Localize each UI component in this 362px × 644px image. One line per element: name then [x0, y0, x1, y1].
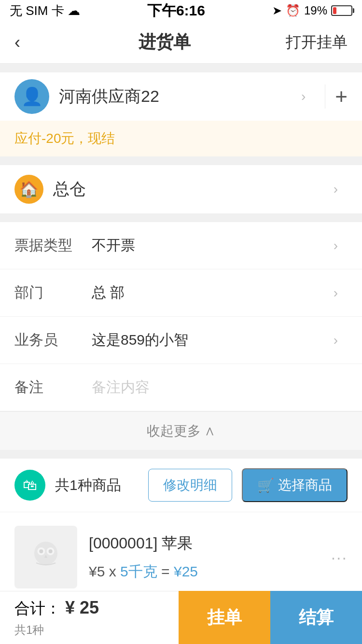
- invoice-type-row[interactable]: 票据类型 不开票 ›: [0, 222, 362, 269]
- collapse-label: 收起更多 ∧: [147, 422, 216, 440]
- chevron-right-icon: ›: [334, 182, 338, 197]
- invoice-type-value: 不开票: [92, 236, 334, 255]
- remark-row[interactable]: 备注 备注内容: [0, 364, 362, 411]
- total-row: 合计： ¥ 25: [14, 598, 164, 619]
- remark-placeholder: 备注内容: [92, 378, 348, 397]
- status-right: ➤ ⏰ 19%: [272, 4, 352, 17]
- hang-button[interactable]: 挂单: [179, 591, 270, 644]
- salesperson-value: 这是859的小智: [92, 330, 334, 350]
- status-bar: 无 SIM 卡 ☁ 下午6:16 ➤ ⏰ 19%: [0, 0, 362, 21]
- chevron-right-icon: ›: [334, 285, 338, 301]
- supplier-section[interactable]: 👤 河南供应商22 › +: [0, 72, 362, 121]
- product-name: [0000001] 苹果: [89, 533, 320, 554]
- top-divider: [0, 64, 362, 72]
- total-amount: ¥ 25: [65, 598, 99, 617]
- department-value: 总 部: [92, 283, 334, 303]
- page-title: 进货单: [139, 30, 191, 54]
- department-label: 部门: [14, 283, 92, 303]
- salesperson-row[interactable]: 业务员 这是859的小智 ›: [0, 317, 362, 364]
- battery-percent: 19%: [304, 4, 327, 17]
- product-price: ¥5 x 5千克 = ¥25: [89, 562, 320, 582]
- chevron-right-icon: ›: [334, 333, 338, 348]
- total-count: 共1种: [14, 622, 164, 638]
- cart-icon: 🛍: [23, 477, 37, 493]
- product-info: [0000001] 苹果 ¥5 x 5千克 = ¥25: [89, 533, 320, 582]
- supplier-avatar: 👤: [14, 79, 49, 114]
- more-options-button[interactable]: ···: [331, 548, 348, 567]
- department-row[interactable]: 部门 总 部 ›: [0, 269, 362, 317]
- product-item: [0000001] 苹果 ¥5 x 5千克 = ¥25 ···: [0, 512, 362, 602]
- total-label: 合计：: [14, 600, 61, 617]
- chevron-right-icon: ›: [334, 238, 338, 253]
- checkout-button[interactable]: 结算: [270, 591, 362, 644]
- back-button[interactable]: ‹: [14, 32, 43, 53]
- product-count: 共1种商品: [55, 476, 139, 495]
- select-product-button[interactable]: 🛒 选择商品: [242, 468, 348, 502]
- total-section: 合计： ¥ 25 共1种: [0, 591, 179, 644]
- product-title-text: 苹果: [162, 534, 193, 552]
- equals-sign: =: [161, 563, 174, 579]
- divider-1: [0, 156, 362, 165]
- cart-icon: 🛒: [257, 477, 274, 493]
- salesperson-label: 业务员: [14, 330, 92, 350]
- add-supplier-button[interactable]: +: [335, 84, 348, 109]
- warehouse-icon: 🏠: [19, 180, 39, 198]
- chevron-right-icon: ›: [301, 89, 306, 104]
- select-product-label: 选择商品: [278, 476, 332, 494]
- status-time: 下午6:16: [147, 1, 205, 21]
- divider-3: [0, 450, 362, 459]
- bottom-bar: 合计： ¥ 25 共1种 挂单 结算: [0, 591, 362, 644]
- svg-point-0: [34, 542, 57, 565]
- price-x: x: [109, 563, 120, 579]
- alarm-icon: ⏰: [286, 4, 300, 17]
- quantity-value: 5千克: [120, 563, 157, 579]
- warehouse-icon-wrap: 🏠: [14, 175, 43, 204]
- svg-point-3: [39, 549, 43, 553]
- notice-bar: 应付-20元，现结: [0, 121, 362, 156]
- warehouse-section[interactable]: 🏠 总仓 ›: [0, 165, 362, 213]
- remark-label: 备注: [14, 378, 92, 397]
- supplier-name: 河南供应商22: [59, 85, 301, 108]
- person-icon: 👤: [21, 86, 43, 107]
- open-hang-button[interactable]: 打开挂单: [286, 32, 348, 53]
- sim-status: 无 SIM 卡 ☁: [10, 2, 80, 19]
- status-left: 无 SIM 卡 ☁: [10, 2, 80, 19]
- svg-point-4: [49, 549, 53, 553]
- location-icon: ➤: [272, 4, 282, 17]
- invoice-type-label: 票据类型: [14, 236, 92, 255]
- owl-logo-icon: [27, 538, 65, 576]
- product-code: [0000001]: [89, 534, 157, 552]
- price-value: ¥5: [89, 563, 105, 579]
- warehouse-name: 总仓: [53, 178, 334, 200]
- product-icon-wrap: 🛍: [14, 470, 45, 501]
- collapse-more-button[interactable]: 收起更多 ∧: [0, 411, 362, 450]
- product-toolbar: 🛍 共1种商品 修改明细 🛒 选择商品: [0, 459, 362, 512]
- vertical-divider: [325, 84, 325, 109]
- product-thumbnail: [14, 526, 77, 588]
- total-value: ¥25: [174, 563, 198, 579]
- edit-detail-button[interactable]: 修改明细: [148, 469, 232, 502]
- divider-2: [0, 213, 362, 222]
- nav-bar: ‹ 进货单 打开挂单: [0, 21, 362, 64]
- battery-icon: [331, 5, 352, 16]
